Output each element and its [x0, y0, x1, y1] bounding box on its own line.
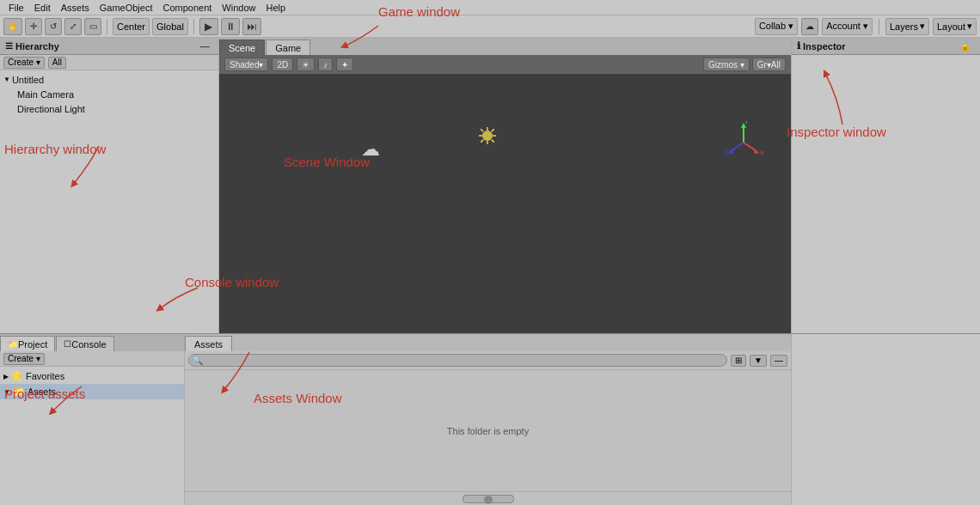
favorites-triangle: ▶	[3, 373, 9, 380]
project-panel: 📁 Project ☐ Console Create ▾ ▶ ⭐ Favorit…	[0, 334, 185, 505]
bottom-layout: 📁 Project ☐ Console Create ▾ ▶ ⭐ Favorit…	[0, 333, 791, 505]
assets-empty-label: This folder is empty	[447, 426, 529, 436]
assets-item[interactable]: ▼ 📁 Assets	[0, 384, 184, 399]
separator-3	[879, 19, 879, 34]
scene-toolbar: Shaded ▾ 2D ☀ ♪ ✦ Gizmos ▾ Gr▾All	[219, 55, 791, 74]
layout-dropdown[interactable]: Layout ▾	[933, 18, 977, 35]
assets-toolbar: ⊞ ▼ —	[185, 351, 791, 370]
favorites-icon: ⭐	[10, 370, 23, 382]
inspector-lock[interactable]: 🔓	[956, 40, 975, 52]
assets-search-input[interactable]	[188, 354, 727, 367]
assets-triangle: ▼	[3, 388, 10, 396]
center-toggle[interactable]: Center	[113, 18, 150, 35]
menubar: File Edit Assets GameObject Component Wi…	[0, 0, 980, 15]
tool-rotate[interactable]: ↺	[45, 18, 62, 35]
cloud-object: ☁	[361, 138, 380, 161]
svg-marker-14	[728, 149, 733, 154]
inspector-panel: ℹ Inspector 🔓	[791, 38, 980, 350]
assets-bottom-bar	[185, 491, 791, 505]
svg-point-0	[482, 131, 493, 141]
hierarchy-tab[interactable]: ☰ Hierarchy —	[0, 38, 218, 55]
collab-button[interactable]: Collab ▾	[755, 18, 798, 35]
svg-marker-12	[754, 149, 759, 154]
inspector-bottom	[791, 333, 980, 505]
project-tree: ▶ ⭐ Favorites ▼ 📁 Assets	[0, 367, 184, 505]
account-button[interactable]: Account ▾	[822, 18, 873, 35]
play-button[interactable]: ▶	[199, 18, 218, 35]
scene-tab[interactable]: Scene	[219, 40, 265, 55]
toolbar: ✋ ✛ ↺ ⤢ ▭ Center Global ▶ ⏸ ⏭ Collab ▾ ☁…	[0, 15, 980, 38]
shaded-dropdown[interactable]: Shaded ▾	[224, 58, 268, 71]
hierarchy-close[interactable]: —	[197, 41, 213, 52]
menu-component[interactable]: Component	[157, 3, 217, 13]
scene-game-tabs: Scene Game	[219, 38, 791, 55]
hierarchy-all-btn[interactable]: All	[48, 57, 66, 69]
favorites-item[interactable]: ▶ ⭐ Favorites	[0, 368, 184, 384]
separator-1	[107, 19, 107, 34]
sun-object	[477, 125, 498, 146]
scene-game-panel: Scene Game Shaded ▾ 2D ☀ ♪ ✦ Gizmos ▾ Gr…	[219, 38, 791, 350]
cloud-button[interactable]: ☁	[801, 18, 818, 35]
assets-content: This folder is empty	[185, 370, 791, 491]
step-button[interactable]: ⏭	[242, 18, 261, 35]
tool-rect[interactable]: ▭	[84, 18, 101, 35]
project-console-tabs: 📁 Project ☐ Console	[0, 334, 184, 351]
hierarchy-scene-label: Untitled	[12, 75, 44, 85]
axis-gizmo: Y X Z	[722, 121, 765, 164]
assets-size-slider[interactable]	[462, 495, 514, 503]
console-tab[interactable]: ☐ Console	[56, 336, 113, 351]
project-toolbar: Create ▾	[0, 351, 184, 367]
menu-edit[interactable]: Edit	[29, 3, 56, 13]
hierarchy-item-camera[interactable]: Main Camera	[0, 87, 218, 101]
tool-scale[interactable]: ⤢	[64, 18, 82, 35]
assets-panel: Assets ⊞ ▼ — This folder is empty	[185, 334, 791, 505]
lighting-toggle[interactable]: ☀	[297, 58, 315, 71]
menu-gameobject[interactable]: GameObject	[95, 3, 158, 13]
audio-toggle[interactable]: ♪	[318, 58, 333, 71]
hierarchy-icon: ☰	[5, 41, 13, 51]
pause-button[interactable]: ⏸	[221, 18, 240, 35]
hierarchy-scene-item[interactable]: ▼ Untitled	[0, 72, 218, 87]
fx-toggle[interactable]: ✦	[336, 58, 353, 71]
assets-tabs-row: Assets	[185, 334, 791, 351]
triangle-icon: ▼	[3, 76, 10, 83]
inspector-icon: ℹ	[797, 40, 800, 52]
tool-move[interactable]: ✛	[25, 18, 42, 35]
gizmos-dropdown[interactable]: Gizmos ▾	[703, 58, 750, 71]
console-icon: ☐	[64, 339, 71, 349]
hierarchy-content: ▼ Untitled Main Camera Directional Light	[0, 70, 218, 350]
svg-line-8	[481, 140, 483, 143]
game-tab[interactable]: Game	[266, 40, 310, 55]
hierarchy-toolbar: Create ▾ All	[0, 55, 218, 70]
hierarchy-create-btn[interactable]: Create ▾	[3, 57, 45, 69]
svg-line-6	[492, 140, 494, 143]
svg-text:Z: Z	[724, 149, 728, 155]
scene-viewport[interactable]: ☁ Y X Z ◁	[219, 74, 791, 350]
global-toggle[interactable]: Global	[152, 18, 188, 35]
assets-folder-icon: 📁	[12, 386, 25, 398]
svg-text:Y: Y	[744, 121, 749, 125]
menu-window[interactable]: Window	[217, 3, 260, 13]
gr-all-dropdown[interactable]: Gr▾All	[752, 58, 786, 71]
inspector-content	[792, 55, 980, 350]
hierarchy-panel: ☰ Hierarchy — Create ▾ All ▼ Untitled Ma…	[0, 38, 219, 350]
hierarchy-item-light[interactable]: Directional Light	[0, 101, 218, 116]
svg-line-7	[492, 129, 494, 131]
2d-toggle[interactable]: 2D	[272, 58, 293, 71]
tool-hand[interactable]: ✋	[3, 18, 22, 35]
scene-right-tools: Gizmos ▾ Gr▾All	[703, 58, 786, 71]
svg-text:X: X	[760, 149, 764, 155]
assets-view-btn[interactable]: ⊞	[731, 355, 746, 367]
layers-dropdown[interactable]: Layers ▾	[885, 18, 929, 35]
menu-assets[interactable]: Assets	[56, 3, 95, 13]
menu-help[interactable]: Help	[260, 3, 291, 13]
assets-sort-btn[interactable]: ▼	[750, 355, 767, 367]
inspector-tab[interactable]: ℹ Inspector 🔓	[792, 38, 980, 55]
assets-lock-btn[interactable]: —	[770, 355, 787, 367]
assets-tab[interactable]: Assets	[185, 336, 232, 351]
separator-2	[193, 19, 194, 34]
project-create-btn[interactable]: Create ▾	[3, 353, 45, 365]
project-tab[interactable]: 📁 Project	[0, 336, 55, 351]
right-toolbar: Collab ▾ ☁ Account ▾ Layers ▾ Layout ▾	[755, 18, 977, 35]
menu-file[interactable]: File	[3, 3, 29, 13]
